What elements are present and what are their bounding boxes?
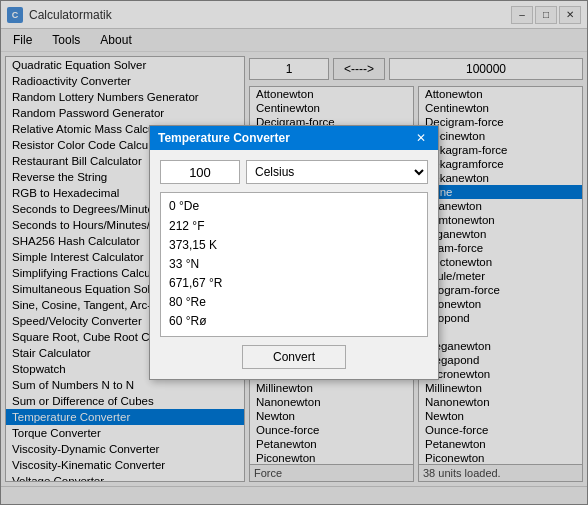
modal-result-item: 33 °N: [169, 255, 419, 274]
modal-result-item: 0 °De: [169, 197, 419, 216]
modal-results: 0 °De212 °F373,15 K33 °N671,67 °R80 °Re6…: [160, 192, 428, 336]
modal-number-input[interactable]: [160, 160, 240, 184]
modal-close-button[interactable]: ✕: [412, 130, 430, 146]
modal-result-item: 212 °F: [169, 217, 419, 236]
modal-title: Temperature Converter: [158, 131, 290, 145]
modal-result-item: 80 °Re: [169, 293, 419, 312]
modal-body: CelsiusFahrenheitKelvinRankineRéaumur 0 …: [150, 150, 438, 378]
modal-unit-select[interactable]: CelsiusFahrenheitKelvinRankineRéaumur: [246, 160, 428, 184]
modal-result-item: 671,67 °R: [169, 274, 419, 293]
temperature-converter-modal: Temperature Converter ✕ CelsiusFahrenhei…: [149, 125, 439, 379]
modal-title-bar: Temperature Converter ✕: [150, 126, 438, 150]
modal-convert-button[interactable]: Convert: [242, 345, 346, 369]
modal-input-row: CelsiusFahrenheitKelvinRankineRéaumur: [160, 160, 428, 184]
modal-overlay: Temperature Converter ✕ CelsiusFahrenhei…: [0, 0, 588, 505]
modal-result-item: 60 °Rø: [169, 312, 419, 331]
modal-result-item: 373,15 K: [169, 236, 419, 255]
